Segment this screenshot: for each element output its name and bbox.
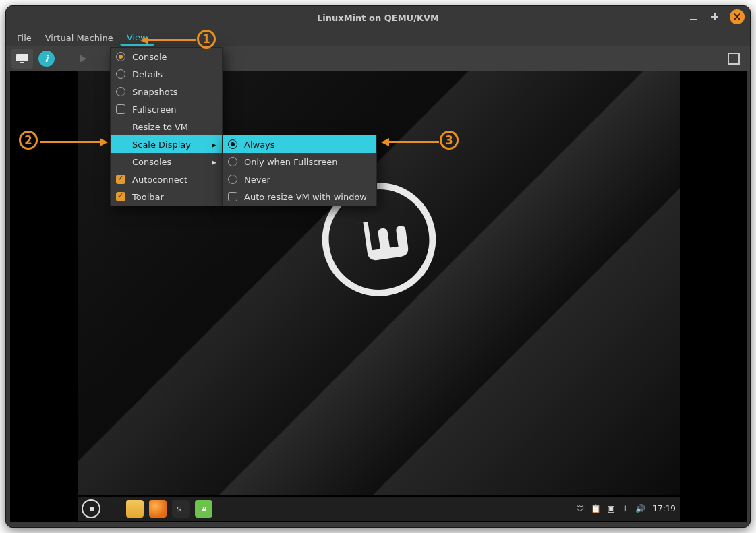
menu-scale-display[interactable]: Scale Display ▸	[111, 135, 222, 153]
checkbox-unchecked-icon	[228, 192, 237, 201]
arrow-2	[40, 141, 101, 143]
submenu-arrow-icon: ▸	[212, 139, 216, 150]
maximize-button[interactable]	[708, 10, 722, 24]
menu-toolbar-label: Toolbar	[132, 192, 164, 202]
submenu-always-label: Always	[244, 139, 275, 150]
arrow-1	[147, 39, 196, 41]
radio-unchecked-icon	[116, 87, 125, 96]
menu-snapshots[interactable]: Snapshots	[111, 83, 222, 100]
submenu-always[interactable]: Always	[223, 135, 376, 153]
menu-resize-to-vm[interactable]: Resize to VM	[111, 118, 222, 135]
radio-checked-icon	[228, 139, 237, 149]
play-icon[interactable]	[71, 49, 93, 69]
terminal-launcher-icon[interactable]: $_	[172, 500, 190, 518]
menu-console-label: Console	[132, 52, 167, 62]
menu-autoconnect-label: Autoconnect	[132, 175, 187, 185]
menu-consoles-label: Consoles	[132, 157, 171, 167]
tray-clipboard-icon[interactable]: 📋	[591, 504, 601, 513]
toolbar-separator	[63, 51, 63, 67]
radio-unchecked-icon	[228, 175, 237, 184]
close-button[interactable]	[730, 9, 745, 24]
submenu-only-fullscreen-label: Only when Fullscreen	[244, 157, 338, 167]
window-title: LinuxMint on QEMU/KVM	[317, 13, 439, 23]
menu-details-label: Details	[132, 69, 163, 80]
submenu-auto-resize-label: Auto resize VM with window	[244, 192, 367, 202]
firefox-launcher-icon[interactable]	[149, 500, 167, 518]
info-icon[interactable]: i	[38, 51, 55, 67]
fullscreen-icon	[728, 53, 740, 65]
svg-rect-4	[20, 62, 24, 63]
menu-file[interactable]: File	[10, 31, 38, 45]
menu-fullscreen-label: Fullscreen	[132, 104, 176, 115]
checkbox-unchecked-icon	[116, 104, 125, 114]
menu-view[interactable]: View	[120, 30, 154, 46]
window-controls	[687, 9, 745, 24]
view-dropdown: Console Details Snapshots Fullscreen Res…	[110, 47, 223, 206]
minimize-button[interactable]	[687, 10, 700, 24]
menu-scale-display-label: Scale Display	[132, 139, 191, 150]
callout-3: 3	[440, 131, 459, 150]
guest-taskbar: $_ 🛡 📋 ▣ ⊥ 🔊 17:19	[78, 497, 680, 521]
tray-network-icon[interactable]: ⊥	[622, 504, 629, 513]
callout-1: 1	[197, 30, 216, 49]
menu-snapshots-label: Snapshots	[132, 87, 178, 97]
checkbox-checked-icon	[116, 175, 125, 184]
files-launcher-icon[interactable]	[126, 500, 144, 518]
tray-updates-icon[interactable]: 🛡	[576, 504, 584, 513]
submenu-never-label: Never	[244, 175, 270, 185]
radio-unchecked-icon	[228, 157, 237, 166]
radio-unchecked-icon	[116, 69, 125, 79]
menu-fullscreen[interactable]: Fullscreen	[111, 100, 222, 118]
svg-rect-3	[16, 54, 28, 61]
tray-volume-icon[interactable]: 🔊	[635, 504, 645, 513]
start-menu-icon[interactable]	[82, 499, 100, 518]
menu-toolbar[interactable]: Toolbar	[111, 188, 222, 206]
tray-clock[interactable]: 17:19	[652, 504, 676, 513]
submenu-arrow-icon: ▸	[212, 157, 216, 167]
menu-consoles[interactable]: Consoles ▸	[111, 153, 222, 170]
submenu-only-fullscreen[interactable]: Only when Fullscreen	[223, 153, 376, 170]
system-tray: 🛡 📋 ▣ ⊥ 🔊 17:19	[576, 504, 676, 513]
menu-virtual-machine[interactable]: Virtual Machine	[38, 31, 120, 45]
menubar: File Virtual Machine View	[6, 29, 750, 46]
mint-launcher-icon[interactable]	[195, 500, 212, 518]
checkbox-checked-icon	[116, 192, 125, 201]
menu-details[interactable]: Details	[111, 65, 222, 83]
submenu-auto-resize[interactable]: Auto resize VM with window	[223, 188, 376, 206]
titlebar: LinuxMint on QEMU/KVM	[6, 6, 750, 29]
vm-viewer-window: LinuxMint on QEMU/KVM File Virtual Machi…	[5, 5, 751, 528]
callout-2: 2	[19, 131, 38, 150]
menu-autoconnect[interactable]: Autoconnect	[111, 170, 222, 188]
tray-display-icon[interactable]: ▣	[608, 504, 615, 513]
svg-rect-0	[690, 19, 697, 20]
menu-resize-label: Resize to VM	[132, 122, 188, 132]
arrow-3	[388, 141, 439, 143]
fullscreen-button[interactable]	[723, 49, 745, 69]
radio-checked-icon	[116, 52, 125, 61]
svg-rect-2	[711, 16, 718, 18]
menu-console[interactable]: Console	[111, 48, 222, 65]
console-icon[interactable]	[11, 49, 33, 69]
scale-display-submenu: Always Only when Fullscreen Never Auto r…	[222, 135, 377, 206]
submenu-never[interactable]: Never	[223, 170, 376, 188]
